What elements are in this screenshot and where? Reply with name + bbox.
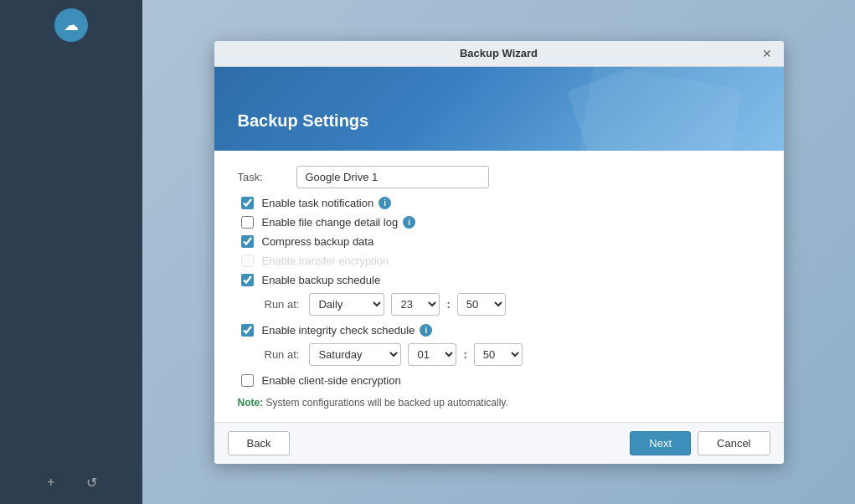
note-label: Note: — [238, 397, 264, 409]
back-button[interactable]: Back — [228, 431, 291, 455]
enable-transfer-encryption-row: Enable transfer encryption — [238, 255, 760, 267]
enable-transfer-encryption-label: Enable transfer encryption — [262, 255, 389, 267]
close-button[interactable]: ✕ — [760, 47, 774, 60]
backup-run-at-label: Run at: — [265, 298, 300, 311]
dialog-body: Task: Enable task notification i Enable … — [214, 151, 784, 422]
next-button[interactable]: Next — [630, 431, 691, 455]
add-button[interactable]: + — [39, 471, 63, 494]
task-label: Task: — [238, 171, 296, 183]
app-icon: ☁ — [54, 8, 88, 42]
integrity-time-colon: : — [463, 348, 466, 361]
integrity-run-at-label: Run at: — [265, 348, 300, 361]
enable-client-side-encryption-label: Enable client-side encryption — [262, 374, 401, 387]
footer-right-buttons: Next Cancel — [630, 431, 770, 455]
enable-integrity-check-checkbox[interactable] — [241, 324, 254, 337]
integrity-check-info-icon: i — [420, 324, 432, 337]
compress-backup-data-checkbox[interactable] — [241, 235, 254, 248]
dialog-header: Backup Settings — [214, 67, 784, 151]
dialog-title: Backup Wizard — [238, 47, 760, 59]
integrity-day-select[interactable]: SundayMondayTuesday WednesdayThursdayFri… — [309, 343, 401, 366]
backup-minute-select[interactable]: 00051015 20253035 40455055 — [457, 293, 506, 316]
titlebar: Backup Wizard ✕ — [214, 41, 784, 67]
enable-file-change-log-row: Enable file change detail log i — [238, 216, 760, 229]
enable-client-side-encryption-checkbox[interactable] — [241, 374, 254, 387]
enable-task-notification-checkbox[interactable] — [241, 197, 254, 209]
desktop: ☁ + ↺ Backup Wizard ✕ Backup Settings — [0, 0, 855, 504]
enable-integrity-check-row: Enable integrity check schedule i — [238, 324, 760, 337]
history-button[interactable]: ↺ — [80, 471, 103, 494]
enable-backup-schedule-row: Enable backup schedule — [238, 274, 760, 286]
note-text: System configurations will be backed up … — [266, 397, 508, 409]
compress-backup-data-label: Compress backup data — [262, 235, 374, 248]
file-change-log-info-icon: i — [403, 216, 415, 229]
enable-backup-schedule-label: Enable backup schedule — [262, 274, 381, 286]
backup-wizard-dialog: Backup Wizard ✕ Backup Settings Task: — [214, 41, 784, 464]
enable-backup-schedule-checkbox[interactable] — [241, 274, 254, 286]
task-notification-info-icon: i — [379, 197, 391, 209]
backup-schedule-run-at-row: Run at: Daily Weekly Monthly 00010203 04… — [265, 293, 760, 316]
enable-file-change-log-label: Enable file change detail log i — [262, 216, 416, 229]
enable-client-side-encryption-row: Enable client-side encryption — [238, 374, 760, 387]
integrity-hour-select[interactable]: 00010203 04050607 08091011 — [408, 343, 456, 366]
backup-frequency-select[interactable]: Daily Weekly Monthly — [309, 293, 384, 316]
dialog-footer: Back Next Cancel — [214, 422, 784, 464]
compress-backup-data-row: Compress backup data — [238, 235, 760, 248]
task-row: Task: — [238, 166, 760, 188]
sidebar: ☁ + ↺ — [0, 0, 142, 504]
enable-task-notification-label: Enable task notification i — [262, 197, 392, 209]
integrity-minute-select[interactable]: 00051015 20253035 40455055 — [474, 343, 523, 366]
main-window: Backup Wizard ✕ Backup Settings Task: — [142, 0, 855, 504]
cancel-button[interactable]: Cancel — [698, 431, 770, 455]
task-input[interactable] — [296, 166, 489, 188]
enable-transfer-encryption-checkbox — [241, 255, 254, 267]
page-title: Backup Settings — [238, 111, 369, 131]
enable-task-notification-row: Enable task notification i — [238, 197, 760, 209]
enable-file-change-log-checkbox[interactable] — [241, 216, 254, 229]
backup-time-colon: : — [446, 298, 450, 311]
enable-integrity-check-label: Enable integrity check schedule i — [262, 324, 433, 337]
note-row: Note: System configurations will be back… — [238, 397, 760, 409]
backup-hour-select[interactable]: 00010203 04050607 08091011 12131415 1617… — [391, 293, 440, 316]
integrity-schedule-run-at-row: Run at: SundayMondayTuesday WednesdayThu… — [265, 343, 760, 366]
